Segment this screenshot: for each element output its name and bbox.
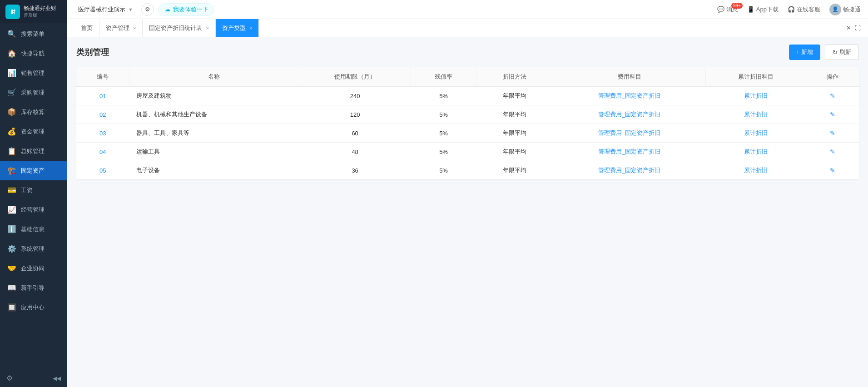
sidebar-item-app-center[interactable]: 🔲 应用中心 [0, 298, 67, 317]
tab-asset-mgmt[interactable]: 资产管理× [99, 19, 143, 37]
cell-id: 05 [76, 161, 129, 180]
edit-icon[interactable]: ✎ [830, 92, 835, 99]
cell-id: 03 [76, 124, 129, 143]
cell-id: 01 [76, 87, 129, 105]
sidebar-item-search[interactable]: 🔍 搜索菜单 [0, 24, 67, 44]
cooperation-icon: 🤝 [7, 264, 16, 273]
col-header: 编号 [76, 67, 129, 87]
basic-info-icon: ℹ️ [7, 225, 16, 233]
ledger-icon: 📋 [7, 147, 16, 155]
col-header: 使用期限（月） [299, 67, 411, 87]
sidebar: 财 畅捷通好业财 普及版 🔍 搜索菜单 🏠 快捷导航 📊 销售管理 🛒 采购管理… [0, 0, 67, 387]
sidebar-label-guide: 新手引导 [21, 284, 45, 292]
edit-icon[interactable]: ✎ [830, 148, 835, 155]
sidebar-label-capital: 资金管理 [21, 128, 45, 136]
tab-fixed-asset-table[interactable]: 固定资产折旧统计表× [143, 19, 215, 37]
cell-method: 年限平均 [476, 124, 553, 143]
company-selector[interactable]: 医疗器械行业演示 ▼ [74, 4, 137, 15]
sidebar-label-operations: 经营管理 [21, 206, 45, 214]
col-header: 残值率 [411, 67, 476, 87]
cell-period: 60 [299, 124, 411, 143]
app-center-icon: 🔲 [7, 303, 16, 312]
sidebar-label-app-center: 应用中心 [21, 303, 45, 312]
sidebar-logo: 财 畅捷通好业财 普及版 [0, 0, 67, 24]
sidebar-item-ledger[interactable]: 📋 总账管理 [0, 141, 67, 161]
cell-residual: 5% [411, 105, 476, 124]
window-controls: ✕ ⛶ [846, 25, 861, 31]
cell-accumulated: 累计折旧 [706, 87, 806, 105]
sidebar-label-payroll: 工资 [21, 186, 33, 194]
tab-close-asset-type[interactable]: × [249, 25, 252, 31]
main-area: 医疗器械行业演示 ▼ ⚙ ☁ 我要体验一下 💬 消息 99+ 📱 App下载 🎧… [67, 0, 868, 387]
fixed-assets-icon: 🏗️ [7, 166, 16, 175]
refresh-button[interactable]: ↻ 刷新 [825, 45, 859, 60]
sidebar-label-system: 系统管理 [21, 245, 45, 253]
user-item[interactable]: 👤 畅捷通 [829, 4, 861, 15]
tab-close-asset-mgmt[interactable]: × [133, 25, 136, 31]
topbar-right: 💬 消息 99+ 📱 App下载 🎧 在线客服 👤 畅捷通 [717, 4, 861, 15]
table-row: 02 机器、机械和其他生产设备 120 5% 年限平均 管理费用_固定资产折旧 … [76, 105, 859, 124]
message-badge: 99+ [731, 3, 743, 9]
message-item[interactable]: 💬 消息 99+ [717, 5, 738, 14]
sidebar-item-payroll[interactable]: 💳 工资 [0, 180, 67, 200]
sidebar-item-capital[interactable]: 💰 资金管理 [0, 122, 67, 141]
sidebar-item-operations[interactable]: 📈 经营管理 [0, 200, 67, 219]
tabs-bar: 首页资产管理×固定资产折旧统计表×资产类型× ✕ ⛶ [67, 19, 868, 37]
asset-type-table: 编号名称使用期限（月）残值率折旧方法费用科目累计折旧科目操作 01 房屋及建筑物… [76, 67, 859, 179]
sidebar-item-sales[interactable]: 📊 销售管理 [0, 63, 67, 83]
purchase-icon: 🛒 [7, 88, 16, 97]
sidebar-settings-icon[interactable]: ⚙ [6, 374, 13, 382]
tab-close-fixed-asset-table[interactable]: × [206, 25, 208, 31]
sidebar-item-guide[interactable]: 📖 新手引导 [0, 278, 67, 298]
topbar: 医疗器械行业演示 ▼ ⚙ ☁ 我要体验一下 💬 消息 99+ 📱 App下载 🎧… [67, 0, 868, 19]
sidebar-item-inventory[interactable]: 📦 库存核算 [0, 102, 67, 122]
cell-name: 运输工具 [129, 143, 299, 161]
guide-icon: 📖 [7, 283, 16, 292]
settings-gear-icon[interactable]: ⚙ [141, 3, 154, 16]
experience-button[interactable]: ☁ 我要体验一下 [159, 3, 214, 16]
sidebar-label-search: 搜索菜单 [21, 30, 45, 38]
tab-asset-type[interactable]: 资产类型× [216, 19, 259, 37]
col-header: 操作 [806, 67, 859, 87]
page-title: 类别管理 [76, 47, 109, 58]
chevron-down-icon: ▼ [128, 7, 133, 12]
table-row: 03 器具、工具、家具等 60 5% 年限平均 管理费用_固定资产折旧 累计折旧… [76, 124, 859, 143]
cell-expense: 管理费用_固定资产折旧 [553, 87, 706, 105]
cell-expense: 管理费用_固定资产折旧 [553, 105, 706, 124]
cell-actions: ✎ [806, 161, 859, 180]
maximize-window-icon[interactable]: ⛶ [855, 25, 861, 31]
cell-expense: 管理费用_固定资产折旧 [553, 143, 706, 161]
sidebar-label-ledger: 总账管理 [21, 147, 45, 155]
col-header: 名称 [129, 67, 299, 87]
headset-icon: 🎧 [788, 6, 795, 13]
edit-icon[interactable]: ✎ [830, 129, 835, 137]
app-logo-text: 畅捷通好业财 普及版 [24, 5, 56, 19]
sidebar-collapse-icon[interactable]: ◀◀ [53, 375, 61, 382]
cell-actions: ✎ [806, 105, 859, 124]
app-download-item[interactable]: 📱 App下载 [747, 5, 779, 14]
close-window-icon[interactable]: ✕ [846, 25, 851, 31]
tab-label-asset-type: 资产类型 [222, 24, 246, 32]
operations-icon: 📈 [7, 205, 16, 214]
cell-period: 120 [299, 105, 411, 124]
sidebar-item-fixed-assets[interactable]: 🏗️ 固定资产 [0, 161, 67, 180]
cell-name: 器具、工具、家具等 [129, 124, 299, 143]
avatar: 👤 [829, 4, 841, 15]
sidebar-item-quick-nav[interactable]: 🏠 快捷导航 [0, 44, 67, 63]
sidebar-item-cooperation[interactable]: 🤝 企业协同 [0, 258, 67, 278]
tab-home[interactable]: 首页 [74, 19, 99, 37]
edit-icon[interactable]: ✎ [830, 167, 835, 174]
edit-icon[interactable]: ✎ [830, 111, 835, 118]
new-button[interactable]: + 新增 [789, 45, 820, 60]
company-name: 医疗器械行业演示 [78, 5, 125, 14]
sidebar-item-basic-info[interactable]: ℹ️ 基础信息 [0, 219, 67, 239]
cell-expense: 管理费用_固定资产折旧 [553, 161, 706, 180]
sidebar-item-purchase[interactable]: 🛒 采购管理 [0, 83, 67, 102]
online-service-item[interactable]: 🎧 在线客服 [788, 5, 820, 14]
cell-expense: 管理费用_固定资产折旧 [553, 124, 706, 143]
col-header: 费用科目 [553, 67, 706, 87]
sidebar-label-purchase: 采购管理 [21, 89, 45, 97]
sidebar-label-quick-nav: 快捷导航 [21, 50, 45, 58]
page-actions: + 新增 ↻ 刷新 [789, 45, 859, 60]
sidebar-item-system[interactable]: ⚙️ 系统管理 [0, 239, 67, 258]
